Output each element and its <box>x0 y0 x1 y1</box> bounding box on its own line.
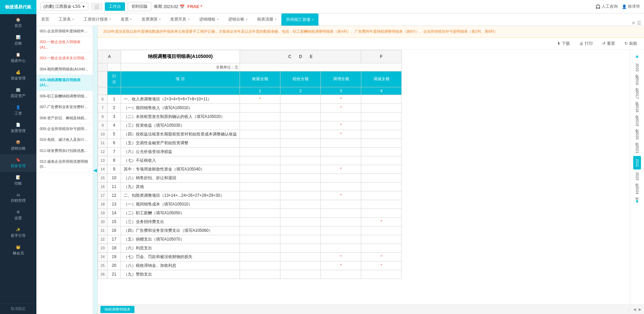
left-panel-item-003[interactable]: 003-一般企业成本支出明细... <box>36 53 93 64</box>
cell-c2[interactable] <box>280 191 321 200</box>
year-item-2022[interactable]: 2022年 <box>633 156 641 169</box>
cell-c4[interactable] <box>361 121 402 130</box>
sidebar-item-salary[interactable]: 👤 工资 <box>0 102 36 119</box>
panel-collapse-btn[interactable]: ◀ <box>93 26 98 314</box>
tab-invoice-open[interactable]: 发票开具 × <box>165 13 194 26</box>
year-item-2019[interactable]: 2019年 <box>633 115 641 129</box>
cell-c3[interactable] <box>321 209 361 217</box>
cell-c3[interactable]: * <box>321 103 361 112</box>
work-bench-button[interactable]: 工作台 <box>105 2 125 11</box>
year-item-2017[interactable]: 2017年 <box>633 88 641 101</box>
tab-salary[interactable]: 工资表 × <box>54 13 79 26</box>
left-panel-item-008[interactable]: 008-资产折旧、摊销及纳税... <box>36 113 93 124</box>
cell-c2[interactable] <box>280 235 321 244</box>
cell-c3[interactable]: * <box>321 130 361 138</box>
year-item-2023[interactable]: 2023年 <box>633 169 641 183</box>
cell-c1[interactable]: * <box>240 95 280 103</box>
cell-c1[interactable] <box>240 130 280 138</box>
cell-c1[interactable] <box>240 244 280 252</box>
sidebar-item-assets[interactable]: 🏢 固定资产 <box>0 84 36 102</box>
cell-c1[interactable] <box>240 182 280 191</box>
cell-c3[interactable]: * <box>321 95 361 103</box>
customer-service-btn[interactable]: 🎧 人工咨询 <box>595 4 618 9</box>
cell-c3[interactable] <box>321 226 361 235</box>
cell-c4[interactable] <box>361 270 402 279</box>
cell-c4[interactable]: * <box>361 261 402 270</box>
cell-c3[interactable]: * <box>321 121 361 130</box>
cell-c4[interactable] <box>361 200 402 209</box>
cell-c4[interactable] <box>361 103 402 112</box>
cell-c1[interactable] <box>240 103 280 112</box>
download-button[interactable]: ⬇ 下载 <box>554 40 573 48</box>
sidebar-item-invoice[interactable]: 📄 发票管理 <box>0 119 36 137</box>
sidebar-footer-unpin[interactable]: 取消固定 <box>0 303 36 314</box>
cell-c4[interactable] <box>361 165 402 174</box>
year-item-2018[interactable]: 2018年 <box>633 101 641 115</box>
cell-c4[interactable] <box>361 235 402 244</box>
refresh-button[interactable]: ↻ 刷新 <box>622 40 640 48</box>
cell-c1[interactable] <box>240 156 280 165</box>
cell-c4[interactable] <box>361 147 402 156</box>
sheet-tab[interactable]: 纳税调整明细表 <box>100 306 134 313</box>
tab-close-all[interactable]: ✕ <box>632 20 636 26</box>
cell-c2[interactable] <box>280 200 321 209</box>
left-panel-item-011[interactable]: 011-研发费用加计扣除优惠... <box>36 146 93 156</box>
cell-c1[interactable] <box>240 112 280 121</box>
cell-c2[interactable] <box>280 130 321 138</box>
cell-c2[interactable] <box>280 95 321 103</box>
cell-c2[interactable] <box>280 261 321 270</box>
left-panel-item-012[interactable]: 012-减免企业所得税优惠明细(0... <box>36 156 93 172</box>
sidebar-item-reports[interactable]: 📋 报表中心 <box>0 49 36 67</box>
cell-c3[interactable] <box>321 200 361 209</box>
scroll-right-icon[interactable]: ▶ <box>639 307 641 312</box>
cell-c2[interactable] <box>280 226 321 235</box>
cell-c1[interactable] <box>240 121 280 130</box>
cell-c4[interactable] <box>361 244 402 252</box>
tab-sales-ledger-close[interactable]: × <box>246 18 248 21</box>
tab-invoice-calc-close[interactable]: × <box>159 18 161 21</box>
left-panel-item-010[interactable]: 010-免税、减计收入及加计... <box>36 134 93 145</box>
cell-c1[interactable] <box>240 191 280 200</box>
tab-tax-clear-close[interactable]: × <box>275 18 277 21</box>
cell-c3[interactable] <box>321 217 361 226</box>
sidebar-item-general-ledger[interactable]: 📊 总账 <box>0 32 36 49</box>
cell-c1[interactable] <box>240 147 280 156</box>
cell-c3[interactable] <box>321 138 361 147</box>
cell-c2[interactable] <box>280 103 321 112</box>
cell-c3[interactable] <box>321 156 361 165</box>
cell-c1[interactable] <box>240 261 280 270</box>
left-panel-item-009[interactable]: 009-企业所得税弥补亏损明... <box>36 124 93 134</box>
year-item-2024[interactable]: 2024年 <box>633 183 641 197</box>
cell-c3[interactable]: * <box>321 165 361 174</box>
cell-c3[interactable] <box>321 244 361 252</box>
cell-c4[interactable] <box>361 226 402 235</box>
cell-c1[interactable] <box>240 270 280 279</box>
sidebar-item-member[interactable]: 👑 畅会员 <box>0 242 36 259</box>
left-panel-item-001[interactable]: 001-企业所得税年度纳税申... <box>36 26 93 37</box>
tab-invoice-close[interactable]: × <box>130 18 132 21</box>
sidebar-item-capital[interactable]: 💰 资金管理 <box>0 67 36 84</box>
year-item-2016[interactable]: 2016年 <box>633 74 641 88</box>
sidebar-item-home[interactable]: 🏠 首页 <box>0 14 36 32</box>
cell-c1[interactable] <box>240 174 280 182</box>
tab-sales-check-close[interactable]: × <box>217 18 219 21</box>
user-name[interactable]: 👤 徐泽华 <box>622 4 640 9</box>
cell-c4[interactable] <box>361 138 402 147</box>
cell-c1[interactable] <box>240 209 280 217</box>
cell-c3[interactable]: * <box>321 252 361 261</box>
tab-invoice-calc[interactable]: 发票测算 × <box>137 13 166 26</box>
cell-c2[interactable] <box>280 217 321 226</box>
tab-salary-stats-close[interactable]: × <box>109 18 111 21</box>
tab-salary-close[interactable]: × <box>72 18 74 21</box>
company-selector[interactable]: (勿删) 江西股金-LSS ▼ <box>40 3 88 10</box>
cell-c4[interactable]: * <box>361 252 402 261</box>
tab-menu-icon[interactable]: ☰ <box>637 20 641 26</box>
sidebar-item-tax[interactable]: 🔖 税务管理 <box>0 154 36 172</box>
print-button[interactable]: 🖨 打印 <box>577 40 595 48</box>
tab-home[interactable]: 首页 <box>36 13 54 26</box>
cell-c4[interactable] <box>361 191 402 200</box>
year-item-2020[interactable]: 2020年 <box>633 129 641 142</box>
cell-c3[interactable]: * <box>321 261 361 270</box>
cell-c2[interactable] <box>280 182 321 191</box>
sidebar-item-sales-ledger[interactable]: 📦 进销台账 <box>0 137 36 154</box>
